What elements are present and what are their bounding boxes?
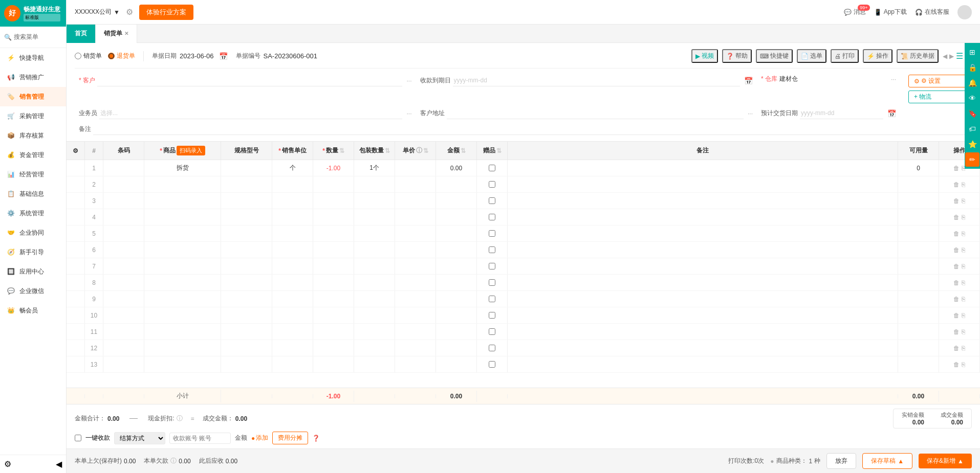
td-barcode-2[interactable] bbox=[103, 176, 144, 192]
td-unit-6[interactable] bbox=[272, 242, 313, 258]
history-button[interactable]: 📜 历史单据 bbox=[897, 49, 939, 63]
td-spec-12[interactable] bbox=[221, 340, 272, 356]
rp-star-button[interactable]: ⭐ bbox=[965, 137, 979, 151]
td-qty-1[interactable]: -1.00 bbox=[313, 160, 354, 176]
td-spec-8[interactable] bbox=[221, 275, 272, 290]
warehouse-more-icon[interactable]: ··· bbox=[891, 76, 896, 83]
copy-icon-13[interactable]: ⎘ bbox=[962, 361, 965, 368]
td-product-3[interactable] bbox=[144, 193, 221, 209]
copy-icon-11[interactable]: ⎘ bbox=[962, 328, 965, 335]
td-barcode-8[interactable] bbox=[103, 275, 144, 290]
td-qty-3[interactable] bbox=[313, 193, 354, 209]
sidebar-item-sales[interactable]: 🏷️ 销售管理 bbox=[0, 87, 66, 106]
td-barcode-5[interactable] bbox=[103, 226, 144, 241]
tab-close-icon[interactable]: ✕ bbox=[124, 31, 128, 36]
nav-next-icon[interactable]: ▶ bbox=[949, 53, 954, 60]
message-button[interactable]: 💬 消息 99+ bbox=[844, 8, 866, 16]
td-unit-2[interactable] bbox=[272, 176, 313, 192]
td-price-9[interactable] bbox=[395, 291, 436, 307]
td-barcode-12[interactable] bbox=[103, 340, 144, 356]
fee-split-button[interactable]: 费用分摊 bbox=[272, 432, 308, 444]
td-barcode-10[interactable] bbox=[103, 307, 144, 323]
td-unit-8[interactable] bbox=[272, 275, 313, 290]
copy-icon-10[interactable]: ⎘ bbox=[962, 312, 965, 319]
scan-button[interactable]: 扫码录入 bbox=[177, 146, 205, 155]
td-gift-3[interactable] bbox=[477, 193, 508, 209]
video-button[interactable]: ▶ 视频 bbox=[691, 49, 718, 63]
delete-icon-4[interactable]: 🗑 bbox=[953, 214, 960, 221]
delete-icon-1[interactable]: 🗑 bbox=[953, 165, 960, 172]
td-spec-7[interactable] bbox=[221, 258, 272, 274]
td-gift-7[interactable] bbox=[477, 258, 508, 274]
td-amount-6[interactable] bbox=[436, 242, 477, 258]
td-price-6[interactable] bbox=[395, 242, 436, 258]
due-date-input[interactable] bbox=[453, 75, 741, 86]
td-spec-6[interactable] bbox=[221, 242, 272, 258]
salesman-more-icon[interactable]: ··· bbox=[406, 110, 411, 117]
td-gift-10[interactable] bbox=[477, 307, 508, 323]
td-pkg-7[interactable] bbox=[354, 258, 395, 274]
delete-icon-9[interactable]: 🗑 bbox=[953, 296, 960, 303]
rp-tag-button[interactable]: 🏷 bbox=[965, 122, 979, 136]
sidebar-collapse-icon[interactable]: ◀ bbox=[56, 459, 62, 469]
delete-icon-3[interactable]: 🗑 bbox=[953, 197, 960, 205]
td-spec-9[interactable] bbox=[221, 291, 272, 307]
td-price-13[interactable] bbox=[395, 356, 436, 372]
sidebar-item-wechat[interactable]: 💬 企业微信 bbox=[0, 281, 66, 301]
sidebar-item-quick-nav[interactable]: ⚡ 快捷导航 bbox=[0, 48, 66, 67]
td-pkg-12[interactable] bbox=[354, 340, 395, 356]
td-remark-7[interactable] bbox=[508, 258, 898, 274]
due-date-calendar-icon[interactable]: 📅 bbox=[744, 77, 753, 85]
td-gift-1[interactable] bbox=[477, 160, 508, 176]
td-spec-10[interactable] bbox=[221, 307, 272, 323]
delete-icon-7[interactable]: 🗑 bbox=[953, 263, 960, 270]
td-unit-13[interactable] bbox=[272, 356, 313, 372]
td-barcode-7[interactable] bbox=[103, 258, 144, 274]
td-gift-11[interactable] bbox=[477, 324, 508, 340]
tab-home[interactable]: 首页 bbox=[67, 25, 96, 43]
sidebar-item-collab[interactable]: 🤝 企业协同 bbox=[0, 223, 66, 242]
print-button[interactable]: 🖨 打印 bbox=[831, 49, 859, 63]
td-qty-12[interactable] bbox=[313, 340, 354, 356]
save-draft-button[interactable]: 保存草稿 ▲ bbox=[862, 453, 912, 469]
td-unit-11[interactable] bbox=[272, 324, 313, 340]
sidebar-item-ops[interactable]: 📊 经营管理 bbox=[0, 165, 66, 184]
copy-icon-3[interactable]: ⎘ bbox=[962, 197, 965, 205]
td-product-10[interactable] bbox=[144, 307, 221, 323]
choose-button[interactable]: 📄 选单 bbox=[797, 49, 826, 63]
rp-eye-button[interactable]: 👁 bbox=[965, 91, 979, 105]
td-amount-9[interactable] bbox=[436, 291, 477, 307]
sidebar-item-purchase[interactable]: 🛒 采购管理 bbox=[0, 106, 66, 126]
td-pkg-2[interactable] bbox=[354, 176, 395, 192]
app-download-button[interactable]: 📱 App下载 bbox=[874, 8, 907, 16]
sidebar-item-guide[interactable]: 🧭 新手引导 bbox=[0, 242, 66, 262]
radio-return-order[interactable]: 退货单 bbox=[108, 52, 135, 60]
search-menu-button[interactable]: 🔍 搜索菜单 bbox=[4, 31, 62, 43]
copy-icon-4[interactable]: ⎘ bbox=[962, 214, 965, 221]
td-spec-11[interactable] bbox=[221, 324, 272, 340]
sidebar-item-base[interactable]: 📋 基础信息 bbox=[0, 184, 66, 204]
company-selector[interactable]: XXXXXX公司 ▼ bbox=[75, 8, 120, 16]
account-input[interactable] bbox=[169, 433, 231, 444]
td-product-4[interactable] bbox=[144, 209, 221, 225]
td-price-2[interactable] bbox=[395, 176, 436, 192]
td-unit-10[interactable] bbox=[272, 307, 313, 323]
td-pkg-4[interactable] bbox=[354, 209, 395, 225]
td-gift-13[interactable] bbox=[477, 356, 508, 372]
td-barcode-1[interactable] bbox=[103, 160, 144, 176]
td-product-6[interactable] bbox=[144, 242, 221, 258]
td-qty-4[interactable] bbox=[313, 209, 354, 225]
sidebar-item-inventory[interactable]: 📦 库存核算 bbox=[0, 126, 66, 145]
salesman-input[interactable] bbox=[99, 107, 402, 119]
delete-icon-5[interactable]: 🗑 bbox=[953, 230, 960, 237]
td-remark-2[interactable] bbox=[508, 176, 898, 192]
delete-icon-12[interactable]: 🗑 bbox=[953, 345, 960, 352]
rp-bell-button[interactable]: 🔔 bbox=[965, 76, 979, 90]
td-gift-2[interactable] bbox=[477, 176, 508, 192]
td-pkg-11[interactable] bbox=[354, 324, 395, 340]
td-price-10[interactable] bbox=[395, 307, 436, 323]
td-gift-4[interactable] bbox=[477, 209, 508, 225]
rp-grid-button[interactable]: ⊞ bbox=[965, 45, 979, 59]
td-product-11[interactable] bbox=[144, 324, 221, 340]
td-amount-11[interactable] bbox=[436, 324, 477, 340]
